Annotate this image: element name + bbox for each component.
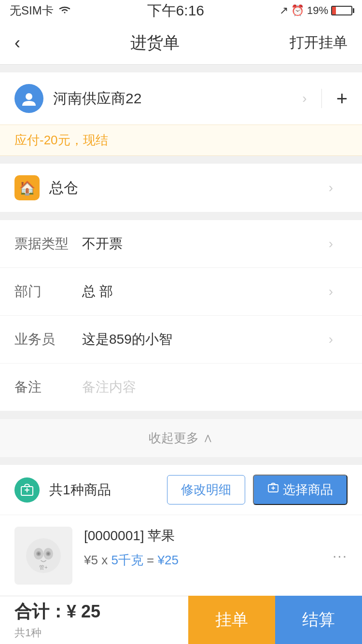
collapse-row[interactable]: 收起更多 ∧ <box>0 419 362 457</box>
settle-button[interactable]: 结算 <box>275 596 362 644</box>
supplier-chevron-icon: › <box>302 91 306 106</box>
product-thumbnail: 管+ <box>14 527 72 585</box>
form-section: 票据类型 不开票 › 部门 总 部 › 业务员 这是859的小智 › 备注 备注… <box>0 220 362 411</box>
remark-row[interactable]: 备注 备注内容 <box>0 364 362 411</box>
remark-input[interactable]: 备注内容 <box>82 378 348 396</box>
price-eq: = <box>143 553 158 567</box>
alarm-icon: ⏰ <box>291 4 304 17</box>
collapse-label: 收起更多 ∧ <box>149 431 213 445</box>
time-display: 下午6:16 <box>147 1 204 21</box>
add-supplier-button[interactable]: + <box>336 88 348 110</box>
invoice-label: 票据类型 <box>14 235 82 253</box>
sales-row[interactable]: 业务员 这是859的小智 › <box>0 316 362 364</box>
product-price: ¥5 x 5千克 = ¥25 <box>84 552 333 569</box>
product-count: 共1种商品 <box>49 481 167 499</box>
vertical-divider <box>321 89 322 108</box>
supplier-right: › + <box>302 88 348 110</box>
bottom-bar: 合计：¥ 25 共1种 挂单 结算 <box>0 596 362 644</box>
sales-label: 业务员 <box>14 330 82 349</box>
status-bar: 无SIM卡 下午6:16 ↗ ⏰ 19% <box>0 0 362 21</box>
price-total: ¥25 <box>157 553 178 567</box>
warehouse-icon: 🏠 <box>14 175 40 200</box>
notice-text: 应付-20元，现结 <box>14 133 108 147</box>
battery-percent: 19% <box>307 4 328 17</box>
warehouse-section: 🏠 总仓 › <box>0 164 362 212</box>
invoice-chevron-icon: › <box>329 236 333 252</box>
dept-value: 总 部 <box>82 282 329 301</box>
total-value: ¥ 25 <box>67 602 100 621</box>
dept-row[interactable]: 部门 总 部 › <box>0 268 362 316</box>
select-product-label: 选择商品 <box>283 481 333 498</box>
warehouse-name: 总仓 <box>49 178 329 198</box>
product-more-button[interactable]: ··· <box>333 547 348 564</box>
carrier-label: 无SIM卡 <box>10 3 54 18</box>
supplier-section: 河南供应商22 › + 应付-20元，现结 <box>0 72 362 156</box>
supplier-avatar <box>14 84 43 113</box>
product-name: [0000001] 苹果 <box>84 527 333 545</box>
total-main: 合计：¥ 25 <box>14 600 174 624</box>
product-header-icon <box>14 477 40 503</box>
price-qty: 5千克 <box>111 553 143 567</box>
page-title: 进货单 <box>130 32 180 54</box>
svg-point-13 <box>47 553 50 555</box>
edit-detail-button[interactable]: 修改明细 <box>167 475 245 504</box>
total-sub: 共1种 <box>14 626 174 640</box>
supplier-name: 河南供应商22 <box>53 89 302 109</box>
invoice-row[interactable]: 票据类型 不开票 › <box>0 220 362 268</box>
status-right: ↗ ⏰ 19% <box>279 4 352 17</box>
product-info: [0000001] 苹果 ¥5 x 5千克 = ¥25 <box>84 527 333 569</box>
total-section: 合计：¥ 25 共1种 <box>0 596 188 644</box>
invoice-value: 不开票 <box>82 235 329 253</box>
product-item: 管+ [0000001] 苹果 ¥5 x 5千克 = ¥25 ··· <box>0 515 362 597</box>
product-section: 共1种商品 修改明细 选择商品 <box>0 465 362 597</box>
battery-icon <box>331 6 352 15</box>
total-label: 合计： <box>14 602 67 621</box>
sales-value: 这是859的小智 <box>82 330 329 349</box>
product-header: 共1种商品 修改明细 选择商品 <box>0 465 362 515</box>
svg-text:管+: 管+ <box>39 564 47 570</box>
sales-chevron-icon: › <box>329 332 333 347</box>
dept-label: 部门 <box>14 282 82 301</box>
notice-bar: 应付-20元，现结 <box>0 125 362 156</box>
select-product-button[interactable]: 选择商品 <box>253 475 348 505</box>
nav-bar: ‹ 进货单 打开挂单 <box>0 21 362 65</box>
dept-chevron-icon: › <box>329 284 333 299</box>
supplier-row[interactable]: 河南供应商22 › + <box>0 72 362 125</box>
remark-label: 备注 <box>14 378 82 396</box>
svg-point-0 <box>26 93 32 100</box>
svg-point-12 <box>38 553 40 555</box>
hang-button[interactable]: 挂单 <box>188 596 275 644</box>
warehouse-chevron-icon: › <box>329 180 333 196</box>
price-unit: ¥5 x <box>84 553 111 567</box>
warehouse-row[interactable]: 🏠 总仓 › <box>0 164 362 212</box>
open-pending-button[interactable]: 打开挂单 <box>290 33 348 53</box>
location-icon: ↗ <box>279 4 288 17</box>
back-button[interactable]: ‹ <box>14 33 20 53</box>
spacer-1 <box>0 65 362 72</box>
status-left: 无SIM卡 <box>10 3 72 18</box>
wifi-icon <box>57 4 72 17</box>
select-product-icon <box>267 482 279 497</box>
